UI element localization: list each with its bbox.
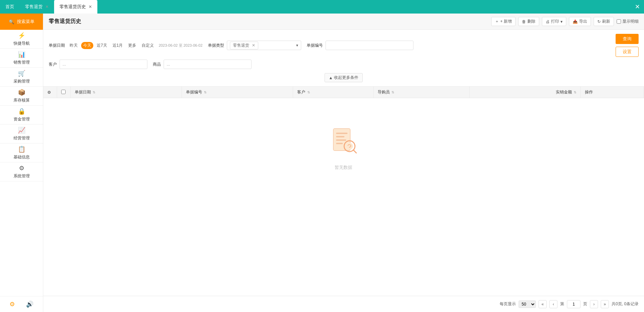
show-detail-checkbox[interactable]	[617, 19, 621, 24]
th-check[interactable]	[57, 87, 70, 98]
page-label: 第	[560, 301, 564, 307]
sidebar-item-finance[interactable]: 🔒 资金管理	[0, 106, 43, 125]
sidebar-item-quick-nav[interactable]: ⚡ 快捷导航	[0, 30, 43, 49]
last-page-button[interactable]: »	[601, 300, 609, 308]
th-customer[interactable]: 客户 ⇅	[293, 87, 374, 98]
date-filter: 单据日期 昨天 今天 近7天 近1月 更多 自定义 2023-06-02 至 2…	[49, 42, 202, 49]
customer-placeholder: ...	[63, 62, 66, 67]
tab-home[interactable]: 首页	[0, 0, 20, 14]
empty-state-illustration	[327, 125, 360, 159]
date-filter-label: 单据日期	[49, 43, 65, 48]
query-button[interactable]: 查询	[616, 34, 639, 44]
customer-input[interactable]: ...	[59, 60, 147, 69]
tab-retail-return-history[interactable]: 零售退货历史 ✕	[54, 0, 97, 14]
first-page-button[interactable]: «	[539, 300, 547, 308]
th-customer-sort-icon: ⇅	[307, 90, 310, 94]
last-page-icon: »	[604, 302, 606, 307]
print-button[interactable]: 🖨 打印 ▾	[542, 17, 566, 26]
collapse-filter-button[interactable]: ▲ 收起更多条件	[325, 73, 363, 82]
top-tab-bar: 首页 零售退货 ✕ 零售退货历史 ✕ ✕	[0, 0, 644, 14]
sidebar-item-sales-mgmt[interactable]: 📊 销售管理	[0, 49, 43, 68]
th-amount[interactable]: 实销金额 ⇅	[469, 87, 580, 98]
th-customer-label: 客户	[297, 90, 305, 94]
th-no-sort-icon: ⇅	[204, 90, 207, 94]
operations-icon: 📈	[18, 127, 25, 134]
search-icon: 🔍	[9, 19, 14, 24]
new-button[interactable]: ＋ + 新增	[491, 17, 516, 26]
sidebar-item-purchase-mgmt[interactable]: 🛒 采购管理	[0, 68, 43, 87]
export-label: 导出	[579, 19, 587, 24]
export-button[interactable]: 📤 导出	[569, 17, 591, 26]
goods-placeholder: ...	[167, 62, 170, 67]
date-btn-yesterday[interactable]: 昨天	[68, 42, 80, 49]
voucher-type-select[interactable]: 零售退货 ✕ ▾	[227, 41, 301, 50]
date-btn-today[interactable]: 今天	[81, 42, 93, 49]
filter-area: 单据日期 昨天 今天 近7天 近1月 更多 自定义 2023-06-02 至 2…	[43, 30, 644, 87]
next-page-button[interactable]: ›	[590, 300, 598, 308]
date-btn-custom[interactable]: 自定义	[140, 42, 156, 49]
sidebar-item-inventory[interactable]: 📦 库存核算	[0, 87, 43, 106]
sidebar: 🔍 搜索菜单 ⚡ 快捷导航 📊 销售管理 🛒 采购管理 📦 库存核算 🔒 资金管…	[0, 14, 43, 312]
page-title: 零售退货历史	[49, 18, 81, 25]
total-records: 共0页, 0条记录	[612, 301, 639, 307]
date-btn-1month[interactable]: 近1月	[111, 42, 125, 49]
new-icon: ＋	[495, 19, 499, 24]
sidebar-item-operations-label: 经营管理	[14, 135, 30, 141]
th-date-label: 单据日期	[75, 90, 91, 94]
export-icon: 📤	[573, 19, 578, 24]
base-info-icon: 📋	[18, 146, 25, 153]
sidebar-item-quick-nav-label: 快捷导航	[14, 41, 30, 46]
tab-retail-return[interactable]: 零售退货 ✕	[20, 0, 54, 14]
tab-retail-return-close[interactable]: ✕	[45, 4, 49, 9]
sidebar-item-operations[interactable]: 📈 经营管理	[0, 125, 43, 143]
th-settings[interactable]: ⚙	[43, 87, 57, 98]
date-btn-7days[interactable]: 近7天	[95, 42, 109, 49]
sidebar-item-sales-label: 销售管理	[14, 60, 30, 65]
page-suffix: 页	[583, 301, 587, 307]
collapse-icon: ▲	[329, 75, 333, 80]
th-no-label: 单据编号	[186, 90, 202, 94]
data-table: ⚙ 单据日期 ⇅ 单据编号 ⇅	[43, 87, 644, 198]
th-guide-label: 导购员	[378, 90, 390, 94]
column-settings-icon[interactable]: ⚙	[47, 90, 51, 95]
next-page-icon: ›	[593, 302, 595, 307]
sidebar-item-system-mgmt[interactable]: ⚙ 系统管理	[0, 162, 43, 181]
tab-retail-return-history-close[interactable]: ✕	[89, 4, 92, 9]
voucher-type-tag-remove[interactable]: ✕	[252, 43, 255, 48]
svg-rect-1	[336, 133, 348, 134]
goods-input[interactable]: ...	[164, 60, 252, 69]
th-date[interactable]: 单据日期 ⇅	[70, 87, 182, 98]
sidebar-search[interactable]: 🔍 搜索菜单	[0, 14, 43, 30]
tab-retail-return-label: 零售退货	[25, 4, 43, 10]
sound-icon[interactable]: 🔊	[26, 300, 33, 308]
voucher-no-filter: 单据编号	[307, 41, 413, 50]
refresh-button[interactable]: ↻ 刷新	[594, 17, 614, 26]
filter-row-2: 客户 ... 商品 ...	[49, 60, 639, 69]
date-btn-more[interactable]: 更多	[126, 42, 138, 49]
settings-gear-icon[interactable]: ⚙	[9, 300, 15, 308]
th-action-label: 操作	[585, 90, 593, 94]
empty-state-text: 暂无数据	[335, 164, 352, 171]
page-size-select[interactable]: 20 50 100	[519, 300, 536, 308]
sidebar-item-inventory-label: 库存核算	[14, 97, 30, 103]
voucher-type-tag: 零售退货 ✕	[230, 42, 258, 49]
prev-page-button[interactable]: ‹	[549, 300, 557, 308]
select-all-checkbox[interactable]	[61, 90, 66, 94]
table-header-row: ⚙ 单据日期 ⇅ 单据编号 ⇅	[43, 87, 644, 98]
th-guide[interactable]: 导购员 ⇅	[374, 87, 470, 98]
settings-button[interactable]: 设置	[616, 47, 639, 57]
voucher-no-input[interactable]	[326, 41, 413, 50]
table-body: 暂无数据	[43, 98, 644, 198]
th-no[interactable]: 单据编号 ⇅	[182, 87, 293, 98]
purchase-icon: 🛒	[18, 70, 25, 77]
svg-rect-3	[336, 139, 346, 141]
empty-state-row: 暂无数据	[43, 98, 644, 198]
sidebar-item-base-info[interactable]: 📋 基础信息	[0, 143, 43, 162]
svg-point-7	[346, 143, 353, 150]
delete-button[interactable]: 🗑 删除	[518, 17, 539, 26]
show-detail-checkbox-label[interactable]: 显示明细	[617, 19, 639, 24]
empty-state: 暂无数据	[43, 98, 644, 198]
system-icon: ⚙	[19, 164, 24, 172]
window-close-button[interactable]: ✕	[635, 3, 640, 10]
current-page-input[interactable]	[567, 300, 580, 308]
